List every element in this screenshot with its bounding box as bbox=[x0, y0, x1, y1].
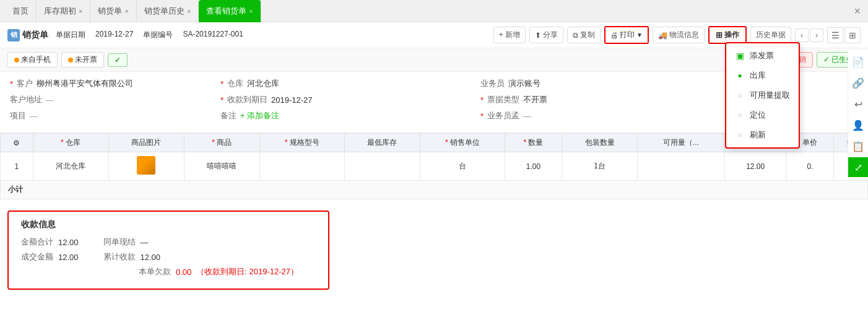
due-date-required: * bbox=[220, 95, 224, 105]
staff2-value: — bbox=[523, 111, 531, 121]
share-button[interactable]: ⬆ 分享 bbox=[529, 27, 563, 43]
right-icon-doc[interactable]: 📄 bbox=[848, 52, 868, 72]
customer-label: 客户 bbox=[17, 78, 33, 89]
menu-refresh-label: 刷新 bbox=[750, 129, 766, 141]
address-value: — bbox=[46, 95, 54, 105]
tab-sales-order[interactable]: 销货单 × bbox=[90, 0, 136, 22]
col-qty: * 数量 bbox=[505, 134, 562, 152]
grid-view-button[interactable]: ⊞ bbox=[844, 27, 861, 43]
from-mobile-button[interactable]: 来自手机 bbox=[7, 52, 58, 67]
menu-outbound[interactable]: ● 出库 bbox=[726, 66, 799, 85]
menu-refresh[interactable]: ○ 刷新 bbox=[726, 125, 799, 145]
cell-product: 嘻嘻嘻嘻 bbox=[184, 152, 259, 181]
project-label: 项目 bbox=[10, 110, 26, 121]
add-remark-button[interactable]: + 添加备注 bbox=[240, 110, 279, 121]
cell-sale-unit: 台 bbox=[420, 152, 505, 181]
doc-number-value: SA-20191227-001 bbox=[183, 30, 243, 40]
cell-warehouse: 河北仓库 bbox=[33, 152, 108, 181]
cell-product-img bbox=[108, 152, 184, 181]
col-warehouse: * 仓库 bbox=[33, 134, 108, 152]
menu-locate-label: 定位 bbox=[750, 110, 766, 121]
project-field: 项目 — bbox=[10, 110, 134, 121]
not-opened-button[interactable]: 未开票 bbox=[61, 52, 104, 67]
list-view-button[interactable]: ☰ bbox=[827, 27, 843, 43]
tab-sales-label: 销货单 bbox=[98, 6, 122, 17]
subtotal-row: 小计 bbox=[1, 181, 868, 199]
ops-dropdown-menu: ▣ 添发票 ● 出库 ○ 可用量提取 ○ 定位 ○ 刷新 bbox=[725, 42, 800, 149]
deal-amount-item: 成交金额 12.00 bbox=[21, 251, 79, 263]
menu-locate[interactable]: ○ 定位 bbox=[726, 105, 799, 125]
tab-inventory-label: 库存期初 bbox=[44, 6, 76, 17]
logistics-button[interactable]: 🚚 物流信息 bbox=[653, 27, 705, 43]
close-history-tab[interactable]: × bbox=[187, 7, 191, 15]
ops-button[interactable]: ⊞ 操作 bbox=[708, 26, 747, 44]
remark-field: 备注 + 添加备注 bbox=[220, 110, 344, 121]
payment-row-1: 金额合计 12.00 同单现结 — bbox=[21, 237, 316, 248]
tab-sales-history[interactable]: 销货单历史 × bbox=[137, 0, 199, 22]
add-remark-label: + 添加备注 bbox=[240, 111, 279, 120]
from-mobile-dot bbox=[14, 58, 19, 63]
payment-total-item: 金额合计 12.00 bbox=[21, 237, 79, 248]
address-label: 客户地址 bbox=[10, 94, 42, 105]
window-close-button[interactable]: × bbox=[854, 5, 861, 18]
bottom-section: 收款信息 金额合计 12.00 同单现结 — 成交金额 12.00 累计收款 bbox=[0, 199, 868, 301]
due-date-label: 收款到期日 bbox=[227, 94, 267, 105]
outstanding-value: 0.00 bbox=[176, 267, 191, 277]
new-button[interactable]: + 新增 bbox=[493, 27, 526, 43]
tab-home[interactable]: 首页 bbox=[5, 0, 37, 22]
right-icon-user[interactable]: 👤 bbox=[848, 115, 868, 135]
right-icon-clipboard[interactable]: 📋 bbox=[848, 136, 868, 156]
tab-inventory-init[interactable]: 库存期初 × bbox=[37, 0, 90, 22]
copy-button[interactable]: ⧉ 复制 bbox=[567, 27, 601, 43]
col-min-stock: 最低库存 bbox=[344, 134, 420, 152]
due-date-field: * 收款到期日 2019-12-27 bbox=[220, 94, 344, 105]
empty-item bbox=[21, 266, 114, 277]
col-settings[interactable]: ⚙ bbox=[1, 134, 33, 152]
cell-available bbox=[638, 152, 725, 181]
new-button-label: + 新增 bbox=[499, 30, 520, 40]
right-icon-return[interactable]: ↩ bbox=[848, 94, 868, 114]
close-view-sales-tab[interactable]: × bbox=[249, 7, 253, 15]
toolbar-actions: + 新增 ⬆ 分享 ⧉ 复制 🖨 打印 ▼ 🚚 物流信息 bbox=[493, 26, 861, 44]
warehouse-required: * bbox=[220, 79, 224, 89]
deal-amount-value: 12.00 bbox=[58, 253, 79, 262]
tab-view-sales[interactable]: 查看销货单 × bbox=[199, 0, 261, 22]
menu-available-qty[interactable]: ○ 可用量提取 bbox=[726, 85, 799, 105]
ticket-required: * bbox=[480, 95, 484, 105]
table-row: 1 河北仓库 嘻嘻嘻嘻 台 1.00 1台 12.00 0. bbox=[1, 152, 868, 181]
prev-arrow[interactable]: ‹ bbox=[795, 28, 809, 42]
warehouse-value[interactable]: 河北仓库 bbox=[247, 78, 279, 89]
right-icons-panel: 📄 🔗 ↩ 👤 📋 ⤢ bbox=[848, 50, 868, 180]
payment-total-value: 12.00 bbox=[58, 238, 79, 247]
cumulative-received-value: 12.00 bbox=[141, 253, 161, 262]
check-button[interactable]: ✓ bbox=[108, 53, 128, 67]
menu-add-invoice[interactable]: ▣ 添发票 bbox=[726, 46, 799, 66]
same-settle-label: 同单现结 bbox=[103, 237, 136, 248]
history-button[interactable]: 历史单据 bbox=[750, 27, 791, 43]
doc-meta: 单据日期 2019-12-27 单据编号 SA-20191227-001 bbox=[56, 30, 243, 40]
not-opened-dot bbox=[68, 58, 73, 63]
payment-total-label: 金额合计 bbox=[21, 237, 53, 248]
same-settle-item: 同单现结 — bbox=[103, 237, 149, 248]
close-inventory-tab[interactable]: × bbox=[79, 7, 82, 15]
print-button[interactable]: 🖨 打印 ▼ bbox=[604, 26, 649, 44]
payment-row-3: 本单欠款 0.00 （收款到期日: 2019-12-27） bbox=[21, 266, 316, 277]
col-spec: * 规格型号 bbox=[259, 134, 344, 152]
tab-home-label: 首页 bbox=[12, 6, 28, 17]
cumulative-received-item: 累计收款 12.00 bbox=[103, 251, 161, 263]
right-icon-link[interactable]: 🔗 bbox=[848, 73, 868, 93]
cell-no: 1 bbox=[1, 152, 33, 181]
payment-title: 收款信息 bbox=[21, 219, 316, 230]
due-date-value[interactable]: 2019-12-27 bbox=[271, 95, 313, 105]
remark-label: 备注 bbox=[220, 110, 237, 121]
customer-value[interactable]: 柳州粤港平安气体有限公司 bbox=[37, 78, 133, 89]
cumulative-received-label: 累计收款 bbox=[103, 251, 136, 263]
doc-date-label: 单据日期 bbox=[56, 30, 85, 40]
right-icon-expand[interactable]: ⤢ bbox=[848, 157, 868, 177]
close-sales-tab[interactable]: × bbox=[124, 7, 128, 15]
history-button-label: 历史单据 bbox=[756, 30, 786, 40]
cell-qty: 1.00 bbox=[505, 152, 562, 181]
col-available: 可用量（... bbox=[638, 134, 725, 152]
next-arrow[interactable]: › bbox=[810, 28, 823, 42]
product-thumbnail bbox=[137, 156, 155, 175]
